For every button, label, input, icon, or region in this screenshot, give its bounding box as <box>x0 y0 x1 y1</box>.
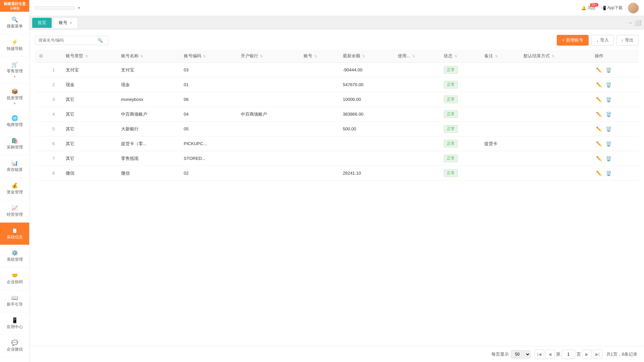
sidebar-item-system[interactable]: ⚙️ 系统管理 <box>0 245 29 267</box>
cell-status: 正常 <box>440 136 480 151</box>
cell-settings <box>35 166 48 181</box>
sidebar-label-agreement: 企业协同 <box>7 279 23 285</box>
cell-code: 06 <box>180 92 237 107</box>
cell-type: 其它 <box>62 136 117 151</box>
user-avatar[interactable] <box>628 3 639 13</box>
tab-account[interactable]: 账号 ✕ <box>53 17 78 28</box>
message-bell-icon: 🔔 <box>581 6 586 10</box>
retail-icon: 🛒 <box>11 61 18 68</box>
col-remark[interactable]: 备注 ⇅ <box>480 50 520 63</box>
last-page-button[interactable]: ▶| <box>593 350 602 359</box>
col-usage[interactable]: 使用... ⇅ <box>394 50 440 63</box>
first-page-button[interactable]: |◀ <box>535 350 544 359</box>
export-button[interactable]: ↑ 导出 <box>616 35 639 46</box>
sidebar-item-guide[interactable]: 📖 新手引导 <box>0 290 29 312</box>
search-icon[interactable]: 🔍 <box>98 38 103 43</box>
sidebar-item-appcenter[interactable]: 📱 应用中心 <box>0 312 29 335</box>
delete-button[interactable]: 🗑️ <box>604 126 613 132</box>
topbar-dropdown-icon[interactable]: ▾ <box>78 5 80 10</box>
sidebar-item-shortcut[interactable]: ⚡ 快捷导航 <box>0 34 29 57</box>
sidebar-item-finance[interactable]: 💰 资金管理 <box>0 178 29 200</box>
edit-button[interactable]: ✏️ <box>595 67 603 73</box>
cell-remark <box>480 63 520 77</box>
edit-button[interactable]: ✏️ <box>595 170 603 177</box>
delete-button[interactable]: 🗑️ <box>604 96 613 103</box>
col-bank[interactable]: 开户银行 ⇅ <box>237 50 300 63</box>
delete-button[interactable]: 🗑️ <box>604 170 613 177</box>
table-row: 1 支付宝 支付宝 03 -90444.00 正常 ✏️ 🗑️ <box>35 63 639 77</box>
cell-remark: 提货卡 <box>480 136 520 151</box>
delete-button[interactable]: 🗑️ <box>604 67 613 73</box>
tab-close-icon[interactable]: ✕ <box>69 21 72 25</box>
window-minimize-button[interactable]: – <box>629 20 632 26</box>
edit-button[interactable]: ✏️ <box>595 126 603 132</box>
cell-usage <box>394 136 440 151</box>
delete-button[interactable]: 🗑️ <box>604 155 613 162</box>
cell-settings <box>35 107 48 122</box>
col-code[interactable]: 账号编码 ⇅ <box>180 50 237 63</box>
column-settings-icon[interactable]: ⚙ <box>39 53 43 59</box>
account-tab-label: 账号 <box>59 20 67 26</box>
content-area: 🔍 + 新增账号 ↓ 导入 ↑ 导出 <box>30 29 644 346</box>
add-account-button[interactable]: + 新增账号 <box>557 35 589 46</box>
finance-icon: 💰 <box>11 182 18 189</box>
basic-icon: 📋 <box>11 227 18 234</box>
sort-remark-icon: ⇅ <box>495 54 498 58</box>
app-download-label: App下载 <box>607 5 623 11</box>
sidebar-item-purchase[interactable]: 🛍️ 采购管理 <box>0 133 29 155</box>
import-button[interactable]: ↓ 导入 <box>591 35 614 46</box>
edit-button[interactable]: ✏️ <box>595 81 603 88</box>
page-size-select[interactable]: 50 100 200 <box>511 350 531 358</box>
col-balance[interactable]: 最新余额 ⇅ <box>339 50 394 63</box>
col-account[interactable]: 账号 ⇅ <box>300 50 339 63</box>
cell-account <box>300 63 339 77</box>
table-row: 7 其它 零售抵现 STORED... 正常 ✏️ 🗑️ <box>35 151 639 166</box>
sidebar-item-search[interactable]: 🔍 搜索菜单 <box>0 12 29 34</box>
topbar-app-download[interactable]: 📲 App下载 <box>601 5 623 11</box>
cell-settings <box>35 122 48 136</box>
edit-button[interactable]: ✏️ <box>595 155 603 162</box>
sidebar-item-ecommerce[interactable]: 🌐 电商管理 <box>0 110 29 133</box>
sidebar-item-member[interactable]: 👤 畅会员 <box>0 357 29 362</box>
cell-account <box>300 151 339 166</box>
app-logo: 畅捷通好生意 乐惠版 <box>0 0 29 12</box>
cell-settings <box>35 63 48 77</box>
sidebar-item-wholesale[interactable]: 📦 批发管理 ▾ <box>0 83 29 110</box>
col-name[interactable]: 账号名称 ⇅ <box>117 50 180 63</box>
sidebar-item-agreement[interactable]: 🤝 企业协同 <box>0 267 29 290</box>
operation-icon: 📈 <box>11 205 18 211</box>
col-type[interactable]: 账号类型 ⇅ <box>62 50 117 63</box>
sidebar-item-wechat[interactable]: 💬 企业微信 <box>0 335 29 357</box>
table-row: 2 现金 现金 01 547670.00 正常 ✏️ 🗑️ <box>35 77 639 92</box>
status-badge: 正常 <box>444 110 458 118</box>
sidebar-item-operation[interactable]: 📈 经营管理 <box>0 200 29 223</box>
sidebar-label-system: 系统管理 <box>7 257 23 262</box>
col-settle[interactable]: 默认结算方式 ⇅ <box>520 50 591 63</box>
cell-settle <box>520 92 591 107</box>
page-number-input[interactable] <box>562 350 575 359</box>
search-input[interactable] <box>39 38 96 43</box>
cell-num: 5 <box>48 122 62 136</box>
col-status[interactable]: 状态 ⇅ <box>440 50 480 63</box>
next-page-button[interactable]: ▶ <box>582 350 592 359</box>
edit-button[interactable]: ✏️ <box>595 140 603 147</box>
cell-code: 05 <box>180 122 237 136</box>
cell-status: 正常 <box>440 107 480 122</box>
window-maximize-button[interactable]: ⬜ <box>635 19 641 26</box>
delete-button[interactable]: 🗑️ <box>604 81 613 88</box>
topbar-message[interactable]: 🔔 消息 99+ <box>581 5 596 11</box>
appcenter-icon: 📱 <box>11 317 18 323</box>
edit-button[interactable]: ✏️ <box>595 111 603 118</box>
delete-button[interactable]: 🗑️ <box>604 111 613 118</box>
tab-home[interactable]: 首页 <box>32 18 52 28</box>
sidebar-item-basic[interactable]: 📋 基础信息 <box>0 223 29 245</box>
add-account-label: + 新增账号 <box>562 37 583 43</box>
cell-action: ✏️ 🗑️ <box>591 151 639 166</box>
sidebar-item-inventory[interactable]: 📊 库存核算 <box>0 155 29 178</box>
edit-button[interactable]: ✏️ <box>595 96 603 103</box>
prev-page-button[interactable]: ◀ <box>545 350 555 359</box>
table-row: 6 其它 提货卡（零... PICKUPC... 正常 提货卡 ✏️ 🗑️ <box>35 136 639 151</box>
delete-button[interactable]: 🗑️ <box>604 140 613 147</box>
sidebar-item-retail[interactable]: 🛒 零售管理 ▾ <box>0 57 29 83</box>
page-size-control: 每页显示 50 100 200 <box>491 350 531 358</box>
